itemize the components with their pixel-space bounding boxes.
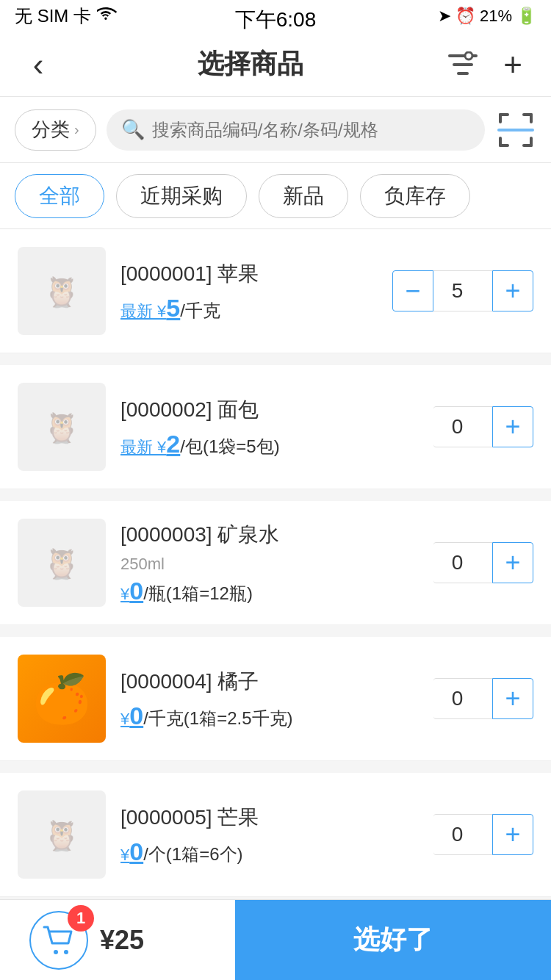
qty-plus-0000004[interactable]: +	[492, 678, 533, 719]
qty-input-0000003[interactable]	[433, 542, 492, 583]
nav-right-buttons: +	[447, 48, 529, 81]
status-bar-time: 下午6:08	[235, 6, 317, 34]
price-unit-0000002: /包(1袋=5包)	[180, 436, 279, 456]
qty-plus-0000001[interactable]: +	[492, 270, 533, 311]
product-name-0000004: [0000004] 橘子	[120, 668, 419, 696]
nav-bar: ‹ 选择商品 +	[0, 32, 551, 97]
svg-rect-12	[497, 129, 534, 131]
carrier-label: 无 SIM 卡	[15, 4, 91, 28]
battery-label: 21%	[480, 7, 512, 26]
svg-text:🦉: 🦉	[43, 274, 80, 309]
quantity-control-0000005: +	[433, 814, 533, 855]
location-icon: ➤	[438, 7, 451, 26]
filter-button[interactable]	[447, 48, 479, 81]
price-value-0000004: 0	[129, 702, 143, 729]
status-bar: 无 SIM 卡 下午6:08 ➤ ⏰ 21% 🔋	[0, 0, 551, 32]
search-input[interactable]	[152, 120, 470, 140]
qty-input-0000001[interactable]	[433, 270, 492, 311]
svg-point-19	[54, 950, 58, 954]
price-value-0000001: 5	[166, 294, 180, 322]
qty-input-0000004[interactable]	[433, 678, 492, 719]
product-price-0000004: ¥0/千克(1箱=2.5千克)	[120, 702, 419, 730]
price-unit-0000003: /瓶(1箱=12瓶)	[143, 583, 253, 603]
cart-icon-wrap: 1	[29, 911, 88, 970]
price-value-0000003: 0	[129, 577, 143, 605]
price-label-0000001: 最新 ¥	[120, 302, 166, 320]
product-info-0000005: [0000005] 芒果 ¥0/个(1箱=6个)	[120, 804, 419, 866]
product-info-0000003: [0000003] 矿泉水 250ml ¥0/瓶(1箱=12瓶)	[120, 521, 419, 605]
filter-search-row: 分类 › 🔍	[0, 97, 551, 163]
product-image-0000003: 🦉	[18, 519, 106, 607]
confirm-button[interactable]: 选好了	[235, 900, 551, 981]
quantity-control-0000001: − +	[392, 270, 533, 311]
back-button[interactable]: ‹	[22, 48, 54, 81]
product-price-0000002: 最新 ¥2/包(1袋=5包)	[120, 430, 419, 458]
status-bar-right: ➤ ⏰ 21% 🔋	[438, 7, 536, 26]
qty-minus-0000001[interactable]: −	[392, 270, 433, 311]
price-unit-0000001: /千克	[180, 300, 220, 320]
qty-plus-0000002[interactable]: +	[492, 406, 533, 447]
cart-total: ¥25	[100, 925, 144, 956]
tab-all[interactable]: 全部	[15, 174, 104, 218]
svg-text:🦉: 🦉	[43, 818, 80, 853]
qty-input-0000005[interactable]	[433, 814, 492, 855]
price-symbol-0000003: ¥	[120, 585, 129, 603]
price-symbol-0000005: ¥	[120, 846, 129, 864]
qty-plus-0000003[interactable]: +	[492, 542, 533, 583]
cart-badge: 1	[68, 905, 94, 932]
product-info-0000002: [0000002] 面包 最新 ¥2/包(1袋=5包)	[120, 396, 419, 458]
price-unit-0000004: /千克(1箱=2.5千克)	[143, 708, 292, 728]
wifi-icon	[97, 6, 118, 26]
qty-input-0000002[interactable]	[433, 406, 492, 447]
svg-rect-2	[457, 72, 469, 75]
quantity-control-0000002: +	[433, 406, 533, 447]
scan-button[interactable]	[495, 109, 536, 151]
price-unit-0000005: /个(1箱=6个)	[143, 844, 242, 864]
price-label-0000002: 最新 ¥	[120, 438, 166, 456]
status-bar-left: 无 SIM 卡	[15, 4, 118, 28]
category-label: 分类	[32, 117, 70, 143]
add-button[interactable]: +	[497, 48, 529, 81]
qty-plus-0000005[interactable]: +	[492, 814, 533, 855]
product-name-0000001: [0000001] 苹果	[120, 260, 378, 288]
battery-icon: 🔋	[516, 7, 536, 26]
product-image-0000005: 🦉	[18, 790, 106, 879]
product-item-0000004: 🍊 [0000004] 橘子 ¥0/千克(1箱=2.5千克) +	[0, 637, 551, 761]
svg-rect-11	[530, 137, 533, 147]
product-list: 🦉 [0000001] 苹果 最新 ¥5/千克 − + 🦉 [0000002] …	[0, 229, 551, 980]
search-bar: 🔍	[107, 109, 485, 151]
category-button[interactable]: 分类 ›	[15, 109, 96, 151]
svg-text:🦉: 🦉	[43, 410, 80, 445]
product-price-0000005: ¥0/个(1箱=6个)	[120, 837, 419, 866]
product-item-0000002: 🦉 [0000002] 面包 最新 ¥2/包(1袋=5包) +	[0, 365, 551, 489]
tab-new[interactable]: 新品	[259, 174, 348, 218]
svg-text:🦉: 🦉	[43, 546, 80, 581]
product-image-0000002: 🦉	[18, 383, 106, 471]
svg-rect-1	[453, 63, 473, 66]
quantity-control-0000004: +	[433, 678, 533, 719]
svg-point-3	[465, 52, 472, 60]
tab-negative[interactable]: 负库存	[360, 174, 470, 218]
product-info-0000001: [0000001] 苹果 最新 ¥5/千克	[120, 260, 378, 323]
search-icon: 🔍	[121, 118, 145, 141]
price-symbol-0000004: ¥	[120, 710, 129, 728]
svg-point-20	[64, 950, 68, 954]
tab-row: 全部 近期采购 新品 负库存	[0, 163, 551, 229]
quantity-control-0000003: +	[433, 542, 533, 583]
product-image-0000004: 🍊	[18, 655, 106, 743]
product-price-0000001: 最新 ¥5/千克	[120, 294, 378, 323]
product-item-0000001: 🦉 [0000001] 苹果 最新 ¥5/千克 − +	[0, 229, 551, 353]
svg-rect-5	[499, 113, 502, 123]
page-title: 选择商品	[198, 46, 303, 82]
bottom-bar: 1 ¥25 选好了	[0, 899, 551, 980]
product-info-0000004: [0000004] 橘子 ¥0/千克(1箱=2.5千克)	[120, 668, 419, 730]
product-name-0000002: [0000002] 面包	[120, 396, 419, 424]
cart-section[interactable]: 1 ¥25	[0, 911, 235, 970]
svg-rect-9	[499, 137, 502, 147]
tab-recent[interactable]: 近期采购	[116, 174, 247, 218]
product-name-0000005: [0000005] 芒果	[120, 804, 419, 832]
product-image-0000001: 🦉	[18, 247, 106, 335]
product-spec-0000003: 250ml	[120, 555, 419, 574]
product-item-0000003: 🦉 [0000003] 矿泉水 250ml ¥0/瓶(1箱=12瓶) +	[0, 501, 551, 625]
svg-rect-7	[530, 113, 533, 123]
